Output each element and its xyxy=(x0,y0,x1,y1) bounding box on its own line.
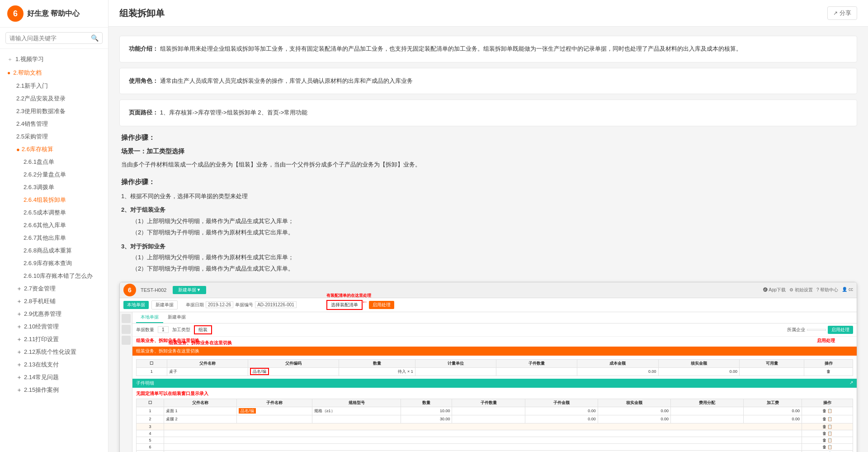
sidebar-item-inventory-7[interactable]: 2.6.7其他出库单 xyxy=(0,232,108,244)
mock-col-ops: 操作 xyxy=(804,359,853,367)
sidebar-item-inventory-4[interactable]: 2.6.4组装拆卸单 xyxy=(0,194,108,206)
mock-col-parent-code: 父件编码 xyxy=(248,359,339,367)
screenshot-container: 6 TEST-H002 新建单据▼ 🅐 App下载 ⚙ 初始设置 ? 帮助中心 … xyxy=(119,282,857,452)
mock-child-row7: 7 🗑 📋 xyxy=(137,450,853,452)
mock-select-btn: 选择装配清单 xyxy=(326,300,363,310)
sidebar-item-inventory-1[interactable]: 2.6.1盘点单 xyxy=(0,156,108,168)
step2: 2、对于组装业务 xyxy=(121,205,855,216)
logo-icon: 6 xyxy=(7,5,24,22)
mock-child-row1: 1 桌面 1 品名/编 规格（≥1） 10.00 0.00 0.00 xyxy=(137,407,853,415)
mock-form-label1: 单据数量 xyxy=(136,327,154,333)
sidebar: 6 好生意 帮助中心 🔍 ＋ 1.视频学习 ● 2.帮助文档 2.1新手入门 2… xyxy=(0,0,108,452)
mock-child-table: ☐ 父件名称 子件名称 规格型号 数量 子件数量 子件金额 核实金额 费用分配 xyxy=(136,399,853,452)
mock-order-val: AD-20191226-001 xyxy=(255,301,297,308)
path-label: 页面路径： xyxy=(129,109,158,116)
step2-1: （1）上部明细为父件明细，最终作为产成品生成其它入库单； xyxy=(132,216,855,227)
sidebar-item-cases[interactable]: ＋ 2.15操作案例 xyxy=(0,384,108,396)
path-text: 1、库存核算->库存管理->组装拆卸单 2、首页->常用功能 xyxy=(160,109,308,116)
mock-parent-row1: 1 桌子 品名/编 待入 × 1 0.00 0.00 xyxy=(137,367,853,376)
mock-annotation4: 无固定清单可以在组装窗口显示录入 xyxy=(136,390,853,397)
mock-assembly-bar: 组装业务、拆卸业务在这里切换 xyxy=(132,347,857,356)
ops-steps-title: 操作步骤： xyxy=(121,178,855,186)
mock-col-unit: 计量单位 xyxy=(415,359,496,367)
plus-icon-cases: ＋ xyxy=(16,386,22,394)
mock-col-parent-name: 父件名称 xyxy=(167,359,248,367)
sidebar-item-system[interactable]: ＋ 2.12系统个性化设置 xyxy=(0,346,108,358)
sidebar-item-inventory-10[interactable]: 2.6.10库存账本错了怎么办 xyxy=(0,270,108,282)
mock-user-icon: 👤 cc xyxy=(842,287,853,293)
plus-icon-mobile: ＋ xyxy=(16,297,22,305)
path-box: 页面路径： 1、库存核算->库存管理->组装拆卸单 2、首页->常用功能 xyxy=(119,100,857,126)
sidebar-item-payment[interactable]: ＋ 2.13在线支付 xyxy=(0,358,108,371)
mock-sidebar-icon3 xyxy=(122,336,131,345)
scenario1-desc: 当由多个子件材料组装成一个成品的业务为【组装】业务，当由一个父件拆分成多个子产品… xyxy=(121,159,855,171)
sidebar-item-inventory-5[interactable]: 2.6.5成本调整单 xyxy=(0,206,108,219)
sidebar-item-print[interactable]: ＋ 2.11打印设置 xyxy=(0,333,108,346)
step3-2: （2）下部明细为子件明细，最终作为产成品生成其它入库单。 xyxy=(132,263,855,275)
plus-icon-system: ＋ xyxy=(16,348,22,356)
mock-annotation3-text: 启用处理 xyxy=(817,338,835,344)
mock-app-icon: 🅐 App下载 xyxy=(763,287,786,293)
plus-icon-print: ＋ xyxy=(16,335,22,343)
sidebar-item-install[interactable]: 2.2产品安装及登录 xyxy=(0,92,108,105)
sidebar-item-inventory-8[interactable]: 2.6.8商品成本重算 xyxy=(0,244,108,257)
mock-test-id: TEST-H002 xyxy=(141,287,166,293)
plus-icon: ＋ xyxy=(7,56,13,63)
role-text: 通常由生产人员或库管人员完成拆装业务的操作，库管人员确认原材料的出库和产成品的入… xyxy=(160,77,413,84)
mock-order-label: 单据编号 xyxy=(235,302,253,308)
share-label: 分享 xyxy=(840,9,851,17)
step1: 1、根据不同的业务，选择不同单据的类型来处理 xyxy=(121,191,855,202)
share-button[interactable]: ↗ 分享 xyxy=(827,6,857,20)
mock-qty-val: 1 xyxy=(158,326,169,333)
step3: 3、对于拆卸业务 xyxy=(121,241,855,252)
mock-col-check: ☐ xyxy=(137,359,167,367)
sidebar-item-sales[interactable]: 2.4销售管理 xyxy=(0,118,108,130)
sidebar-item-inventory-2[interactable]: 2.6.2分量盘点单 xyxy=(0,168,108,181)
sidebar-item-help[interactable]: ● 2.帮助文档 xyxy=(0,66,108,80)
func-intro-text: 组装拆卸单用来处理企业组装或拆卸等加工业务，支持有固定装配清单的产品加工业务，也… xyxy=(160,45,742,52)
mock-btn-local: 新建单据 xyxy=(151,300,178,309)
sidebar-item-data[interactable]: 2.3使用前数据准备 xyxy=(0,105,108,118)
sidebar-item-video[interactable]: ＋ 1.视频学习 xyxy=(0,52,108,66)
mock-col-avail: 可用量 xyxy=(739,359,804,367)
step3-1: （1）上部明细为父件明细，最终作为原材料生成其它出库单； xyxy=(132,252,855,263)
sidebar-item-inventory-6[interactable]: 2.6.6其他入库单 xyxy=(0,219,108,232)
mock-col-cost: 成本金额 xyxy=(577,359,658,367)
sidebar-item-inventory-3[interactable]: 2.6.3调拨单 xyxy=(0,181,108,194)
sidebar-item-operation[interactable]: ＋ 2.10经营管理 xyxy=(0,320,108,333)
sidebar-item-purchase[interactable]: 2.5采购管理 xyxy=(0,130,108,143)
mock-child-row2: 2 桌腿 2 30.00 0.00 0.00 xyxy=(137,415,853,423)
sidebar-item-finance[interactable]: ＋ 2.7资金管理 xyxy=(0,282,108,295)
mock-type-val: 组装 xyxy=(194,325,212,334)
main-area: 组装拆卸单 ↗ 分享 功能介绍： 组装拆卸单用来处理企业组装或拆卸等加工业务，支… xyxy=(108,0,868,452)
plus-icon-payment: ＋ xyxy=(16,361,22,369)
mock-org-label: 所属企业 xyxy=(787,327,805,333)
role-box: 使用角色： 通常由生产人员或库管人员完成拆装业务的操作，库管人员确认原材料的出库… xyxy=(119,68,857,95)
sidebar-item-inventory[interactable]: ● 2.6库存核算 xyxy=(0,143,108,156)
sidebar-item-faq[interactable]: ＋ 2.14常见问题 xyxy=(0,371,108,384)
mock-child-row5: 5 🗑 📋 xyxy=(137,437,853,443)
sidebar-item-coupon[interactable]: ＋ 2.9优惠券管理 xyxy=(0,308,108,320)
mock-child-row6: 6 🗑 📋 xyxy=(137,443,853,450)
mock-ui: 6 TEST-H002 新建单据▼ 🅐 App下载 ⚙ 初始设置 ? 帮助中心 … xyxy=(120,282,857,452)
plus-icon-operation: ＋ xyxy=(16,323,22,331)
search-area: 🔍 xyxy=(0,28,108,49)
plus-icon-finance: ＋ xyxy=(16,285,22,293)
page-title: 组装拆卸单 xyxy=(119,7,165,19)
sidebar-item-newbie[interactable]: 2.1新手入门 xyxy=(0,80,108,92)
mock-arrow1: ← xyxy=(362,298,368,305)
func-intro-label: 功能介绍： xyxy=(129,45,158,52)
sidebar-item-mobile[interactable]: ＋ 2.8手机旺铺 xyxy=(0,295,108,308)
share-icon: ↗ xyxy=(833,10,838,16)
search-input[interactable] xyxy=(9,35,91,42)
sidebar-item-inventory-9[interactable]: 2.6.9库存账本查询 xyxy=(0,257,108,270)
plus-icon-coupon: ＋ xyxy=(16,310,22,318)
mock-btn-save: 本地单据 xyxy=(123,301,149,309)
ops-section: 操作步骤： 场景一：加工类型选择 当由多个子件材料组装成一个成品的业务为【组装】… xyxy=(119,133,857,275)
search-icon[interactable]: 🔍 xyxy=(91,34,99,42)
logo-area: 6 好生意 帮助中心 xyxy=(0,0,108,28)
step2-2: （2）下部明细为子件明细，最终作为原材料生成其它出库单。 xyxy=(132,227,855,238)
mock-sidebar-icon1 xyxy=(122,314,131,323)
func-intro-box: 功能介绍： 组装拆卸单用来处理企业组装或拆卸等加工业务，支持有固定装配清单的产品… xyxy=(119,36,857,62)
mock-annotation2: 组装业务、拆卸业务在这里切换 xyxy=(169,340,232,346)
